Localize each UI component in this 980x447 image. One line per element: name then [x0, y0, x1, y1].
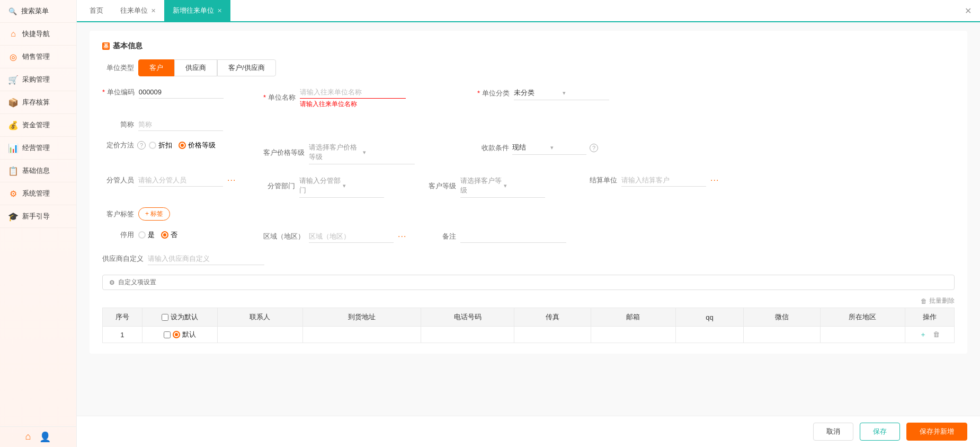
pricing-discount-label: 折扣	[158, 141, 172, 150]
row-address-input[interactable]	[330, 331, 394, 339]
tab-home[interactable]: 首页	[81, 0, 112, 22]
settlement-label: 结算单位	[585, 176, 617, 185]
disabled-yes-radio[interactable]: 是	[138, 230, 155, 240]
unit-type-both[interactable]: 客户/供应商	[217, 59, 276, 76]
unit-type-supplier[interactable]: 供应商	[174, 59, 217, 76]
sidebar-item-guide[interactable]: 🎓新手引导	[0, 205, 76, 228]
tab-close-new-partner[interactable]: ✕	[217, 7, 222, 14]
price-level-label: 客户价格等级	[263, 148, 305, 157]
sidebar-item-purchase[interactable]: 🛒采购管理	[0, 68, 76, 91]
note-input[interactable]	[460, 230, 566, 243]
batch-delete-button[interactable]: 🗑 批量删除	[921, 296, 955, 305]
row-default-radio[interactable]: 默认	[173, 330, 196, 339]
disabled-no-radio[interactable]: 否	[161, 230, 177, 240]
sidebar-label-purchase: 采购管理	[22, 75, 50, 84]
pricing-grade-circle	[179, 142, 186, 149]
price-level-select[interactable]: 请选择客户价格等级 ▾	[309, 141, 415, 164]
sidebar-icon-quick-nav: ⌂	[8, 29, 18, 39]
pricing-help-icon[interactable]: ?	[137, 141, 146, 150]
shortname-label: 简称	[102, 120, 134, 129]
save-button[interactable]: 保存	[860, 423, 900, 441]
custom-settings-button[interactable]: ⚙ 自定义项设置	[102, 275, 955, 290]
sidebar-item-inventory[interactable]: 📦库存核算	[0, 91, 76, 114]
batch-delete-area: 🗑 批量删除	[102, 296, 955, 305]
region-more-icon[interactable]: ···	[398, 232, 406, 241]
sidebar-home-icon[interactable]: ⌂	[25, 431, 31, 443]
pricing-radio-group: 折扣 价格等级	[149, 141, 216, 150]
row-wechat-input[interactable]	[763, 331, 800, 339]
category-field: 单位分类 未分类 ▾	[477, 86, 626, 100]
tabbar: 首页往来单位✕新增往来单位✕✕	[77, 0, 980, 22]
table-header-row: 序号设为默认联系人到货地址电话号码传真邮箱qq微信所在地区操作	[103, 308, 955, 327]
row-add-icon[interactable]: ＋	[920, 330, 926, 338]
manager-more-icon[interactable]: ···	[227, 176, 236, 185]
sidebar-item-finance[interactable]: 💰资金管理	[0, 114, 76, 137]
save-new-button[interactable]: 保存并新增	[906, 423, 967, 441]
row-email-input[interactable]	[612, 331, 654, 339]
header-checkbox[interactable]	[162, 314, 168, 321]
tab-close-partners[interactable]: ✕	[151, 7, 156, 14]
disabled-no-label: 否	[171, 230, 177, 240]
name-input[interactable]	[300, 86, 406, 99]
row-address	[302, 327, 421, 343]
sidebar-icon-sales: ◎	[8, 52, 18, 62]
code-input[interactable]	[139, 86, 224, 99]
sidebar-icon-purchase: 🛒	[8, 75, 18, 84]
settlement-input[interactable]	[621, 174, 706, 187]
payment-value: 现结	[512, 143, 548, 152]
custom-settings-label: 自定义项设置	[118, 278, 156, 287]
sidebar-item-system[interactable]: ⚙系统管理	[0, 182, 76, 205]
category-select[interactable]: 未分类 ▾	[514, 86, 609, 100]
row-contact-input[interactable]	[239, 331, 281, 339]
row-default-label: 默认	[182, 330, 196, 339]
payment-field: 收款条件 现结 ▾ ?	[477, 141, 626, 155]
row-delete-icon[interactable]: 🗑	[933, 330, 940, 338]
unit-type-row: 单位类型 客户 供应商 客户/供应商	[102, 59, 955, 76]
dept-select[interactable]: 请输入分管部门 ▾	[299, 174, 384, 198]
customer-level-label: 客户等级	[424, 181, 456, 191]
tab-new-partner[interactable]: 新增往来单位✕	[164, 0, 230, 22]
section-title: 基 基本信息	[102, 41, 955, 51]
region-label: 区域（地区）	[263, 232, 305, 241]
basic-info-card: 基 基本信息 单位类型 客户 供应商 客户/供应商 单位编码	[90, 31, 967, 354]
sidebar-item-quick-nav[interactable]: ⌂快捷导航	[0, 23, 76, 46]
sidebar-item-operations[interactable]: 📊经营管理	[0, 137, 76, 160]
row-qq-input[interactable]	[694, 331, 726, 339]
tab-label-new-partner: 新增往来单位	[173, 6, 214, 15]
row-contact	[218, 327, 302, 343]
row-region-input[interactable]	[841, 331, 884, 339]
payment-help-icon[interactable]: ?	[590, 144, 598, 152]
add-tag-label: + 标签	[145, 209, 163, 218]
customer-level-select[interactable]: 请选择客户等级 ▾	[460, 174, 545, 198]
unit-type-customer[interactable]: 客户	[138, 59, 174, 76]
tabbar-close-button[interactable]: ✕	[960, 6, 976, 16]
sidebar-user-icon[interactable]: 👤	[39, 431, 51, 443]
content-area: 基 基本信息 单位类型 客户 供应商 客户/供应商 单位编码	[77, 22, 980, 416]
manager-row: 分管人员 ··· 分管部门 请输入分管部门 ▾ 客户等级 请选择客户等级 ▾	[102, 174, 955, 198]
supplier-custom-input[interactable]	[148, 252, 264, 265]
manager-input[interactable]	[138, 174, 223, 187]
sidebar-label-guide: 新手引导	[22, 212, 50, 221]
add-tag-button[interactable]: + 标签	[138, 207, 170, 221]
row-checkbox[interactable]	[164, 331, 171, 338]
shortname-input[interactable]	[138, 118, 223, 131]
search-icon: 🔍	[8, 7, 17, 15]
contacts-table: 序号设为默认联系人到货地址电话号码传真邮箱qq微信所在地区操作 1 默认	[102, 308, 955, 343]
sidebar-item-basic-info[interactable]: 📋基础信息	[0, 160, 76, 182]
tab-partners[interactable]: 往来单位✕	[112, 0, 164, 22]
pricing-discount-radio[interactable]: 折扣	[149, 141, 172, 150]
sidebar-bottom: ⌂ 👤	[0, 426, 76, 447]
settlement-more-icon[interactable]: ···	[710, 176, 719, 185]
region-input[interactable]	[309, 230, 394, 243]
row-phone-input[interactable]	[444, 331, 492, 339]
row-fax-input[interactable]	[534, 331, 571, 339]
cancel-button[interactable]: 取消	[813, 423, 853, 441]
sidebar-icon-system: ⚙	[8, 189, 18, 198]
sidebar-item-sales[interactable]: ◎销售管理	[0, 46, 76, 68]
pricing-grade-radio[interactable]: 价格等级	[179, 141, 216, 150]
sidebar-label-finance: 资金管理	[22, 120, 50, 130]
disabled-field: 停用 是 否	[102, 230, 251, 240]
col-10: 操作	[905, 308, 954, 327]
payment-select[interactable]: 现结 ▾	[512, 141, 586, 155]
sidebar-search[interactable]: 🔍 搜索菜单	[0, 0, 76, 23]
